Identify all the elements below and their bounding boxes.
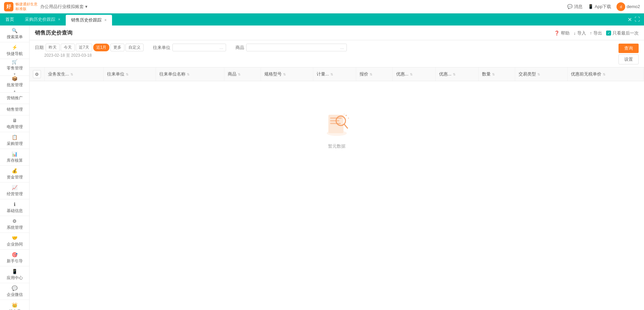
th-discount1: 优惠... ⇅ <box>392 67 435 81</box>
help-button[interactable]: ❓ 帮助 <box>554 30 570 36</box>
sidebar-item-ecommerce[interactable]: 🖥 电商管理 <box>0 115 29 132</box>
sort-icon-unit-name[interactable]: ⇅ <box>187 72 190 76</box>
basic-info-icon: ℹ <box>14 202 15 207</box>
sidebar-item-basic-info[interactable]: ℹ 基础信息 <box>0 199 29 216</box>
export-button[interactable]: ↑ 导出 <box>590 30 602 36</box>
settings-button[interactable]: 设置 <box>619 54 639 64</box>
sidebar-item-marketing[interactable]: 营销推广 <box>0 93 29 104</box>
product-label: 商品 <box>235 45 244 51</box>
top-bar-left: 好 畅捷通好生意 标准版 办公用品行业模拟账套 ▾ <box>4 2 88 11</box>
date-btn-more[interactable]: 更多 <box>110 44 124 51</box>
tab-maximize-icon[interactable]: ⛶ <box>635 16 640 22</box>
th-discount2: 优惠... ⇅ <box>436 67 479 81</box>
page-title: 销售历史价查询 <box>35 30 72 37</box>
sort-icon-discount1[interactable]: ⇅ <box>410 72 413 76</box>
sort-icon-unit[interactable]: ⇅ <box>330 72 333 76</box>
sort-icon-biz-date[interactable]: ⇅ <box>70 72 73 76</box>
content-area: 销售历史价查询 ❓ 帮助 ↓ 导入 ↑ 导出 ✓ <box>30 25 644 310</box>
only-last-checkbox[interactable]: ✓ 只看最后一次 <box>606 30 639 36</box>
svg-point-8 <box>348 118 349 119</box>
main-layout: 🔍 搜索菜单 ⚡ 快捷导航 🛒 零售管理 ▾ 📦 批发管理 ▴ 营销推广 销售管… <box>0 25 644 310</box>
finance-icon: 💰 <box>12 168 17 173</box>
logo-text: 畅捷通好生意 标准版 <box>15 2 38 11</box>
sidebar-item-enterprise-wechat[interactable]: 💬 企业微信 <box>0 283 29 300</box>
sort-icon-pre-tax-price[interactable]: ⇅ <box>603 72 605 76</box>
data-table: ⚙ 业务发生... ⇅ 往来单位 ⇅ <box>30 67 644 81</box>
th-biz-date: 业务发生... ⇅ <box>45 67 104 81</box>
sort-icon-quantity[interactable]: ⇅ <box>492 72 495 76</box>
message-button[interactable]: 💬 消息 <box>567 4 583 10</box>
ecommerce-icon: 🖥 <box>12 118 17 123</box>
tab-close-sales[interactable]: × <box>104 18 107 22</box>
sidebar-item-operations[interactable]: 📈 经营管理 <box>0 183 29 199</box>
beginner-icon: 🎯 <box>12 252 17 257</box>
tab-close-all-icon[interactable]: ✕ <box>628 16 632 23</box>
logo-area: 好 畅捷通好生意 标准版 <box>4 2 38 11</box>
chevron-down-icon: ▾ <box>85 4 88 9</box>
sort-icon-spec[interactable]: ⇅ <box>283 72 286 76</box>
sort-icon-product[interactable]: ⇅ <box>238 72 240 76</box>
sidebar-item-sales[interactable]: 销售管理 <box>0 104 29 115</box>
sidebar-item-quick-nav[interactable]: ⚡ 快捷导航 <box>0 42 29 59</box>
sidebar-item-purchase[interactable]: 📋 采购管理 <box>0 132 29 149</box>
date-range-text: 2023-02-18 至 2023-03-18 <box>44 53 92 58</box>
help-icon: ❓ <box>554 31 559 36</box>
sidebar-item-wholesale[interactable]: 📦 批发管理 ▴ <box>0 76 29 93</box>
sort-icon-unit-code[interactable]: ⇅ <box>126 72 128 76</box>
th-product: 商品 ⇅ <box>224 67 261 81</box>
date-btn-yesterday[interactable]: 昨天 <box>46 44 60 51</box>
top-bar-right: 💬 消息 📱 App下载 d demo2 <box>567 2 640 11</box>
date-btn-today[interactable]: 今天 <box>61 44 75 51</box>
sidebar-item-finance[interactable]: 💰 资金管理 <box>0 166 29 183</box>
table-header-row: ⚙ 业务发生... ⇅ 往来单位 ⇅ <box>30 67 644 81</box>
search-icon: 🔍 <box>12 28 17 33</box>
source-input[interactable]: ... <box>172 44 226 51</box>
tab-close-purchase[interactable]: × <box>58 17 60 22</box>
sort-icon-price[interactable]: ⇅ <box>370 72 372 76</box>
chevron-up-icon: ▴ <box>14 89 15 93</box>
date-btn-custom[interactable]: 自定义 <box>125 44 144 51</box>
sidebar-item-inventory[interactable]: 📊 库存核算 <box>0 149 29 166</box>
empty-state: 暂元数据 <box>30 81 644 176</box>
product-input[interactable]: ... <box>246 44 347 51</box>
collab-icon: 🤝 <box>12 235 17 241</box>
sort-icon-trade-type[interactable]: ⇅ <box>537 72 540 76</box>
import-button[interactable]: ↓ 导入 <box>574 30 586 36</box>
breadcrumb-text: 办公用品行业模拟账套 <box>40 4 84 10</box>
wholesale-icon: 📦 <box>12 76 17 81</box>
search-button[interactable]: 查询 <box>619 44 639 53</box>
filter-actions: 查询 设置 <box>619 44 639 64</box>
sidebar-item-app-center[interactable]: 📱 应用中心 <box>0 266 29 283</box>
th-unit-code: 往来单位 ⇅ <box>104 67 156 81</box>
breadcrumb-dropdown[interactable]: 办公用品行业模拟账套 ▾ <box>40 4 88 10</box>
app-center-icon: 📱 <box>12 269 17 274</box>
tab-purchase-history[interactable]: 采购历史价跟踪 × <box>19 13 66 25</box>
sidebar-item-member[interactable]: 👑 畅会员 <box>0 300 29 310</box>
sidebar-item-search[interactable]: 🔍 搜索菜单 <box>0 25 29 42</box>
date-btn-7days[interactable]: 近7天 <box>76 44 92 51</box>
sidebar-item-retail[interactable]: 🛒 零售管理 ▾ <box>0 59 29 76</box>
tab-home[interactable]: 首页 <box>0 13 19 25</box>
svg-rect-4 <box>330 123 341 124</box>
svg-point-7 <box>345 115 347 116</box>
user-menu[interactable]: d demo2 <box>616 2 640 11</box>
product-placeholder: ... <box>340 45 344 50</box>
purchase-icon: 📋 <box>12 135 17 140</box>
date-buttons: 昨天 今天 近7天 近1月 更多 自定义 <box>46 44 144 51</box>
table-container: ⚙ 业务发生... ⇅ 往来单位 ⇅ <box>30 67 644 310</box>
inventory-icon: 📊 <box>12 151 17 157</box>
date-btn-1month[interactable]: 近1月 <box>93 44 110 51</box>
date-label: 日期 <box>35 45 44 51</box>
sort-icon-discount2[interactable]: ⇅ <box>453 72 455 76</box>
tab-sales-history[interactable]: 销售历史价跟踪 × <box>66 15 112 25</box>
wechat-icon: 💬 <box>12 286 17 291</box>
app-download-button[interactable]: 📱 App下载 <box>588 4 611 10</box>
sidebar-item-beginner[interactable]: 🎯 新手引导 <box>0 250 29 266</box>
sidebar-item-enterprise-collab[interactable]: 🤝 企业协同 <box>0 233 29 250</box>
column-settings-button[interactable]: ⚙ <box>33 70 41 78</box>
filter-date-group: 日期 昨天 今天 近7天 近1月 更多 自定义 2023-02-18 至 202… <box>35 44 144 58</box>
sidebar: 🔍 搜索菜单 ⚡ 快捷导航 🛒 零售管理 ▾ 📦 批发管理 ▴ 营销推广 销售管… <box>0 25 30 310</box>
filter-product-group: 商品 ... <box>235 44 347 51</box>
sidebar-item-system[interactable]: ⚙ 系统管理 <box>0 216 29 233</box>
source-label: 往来单位 <box>153 45 170 51</box>
